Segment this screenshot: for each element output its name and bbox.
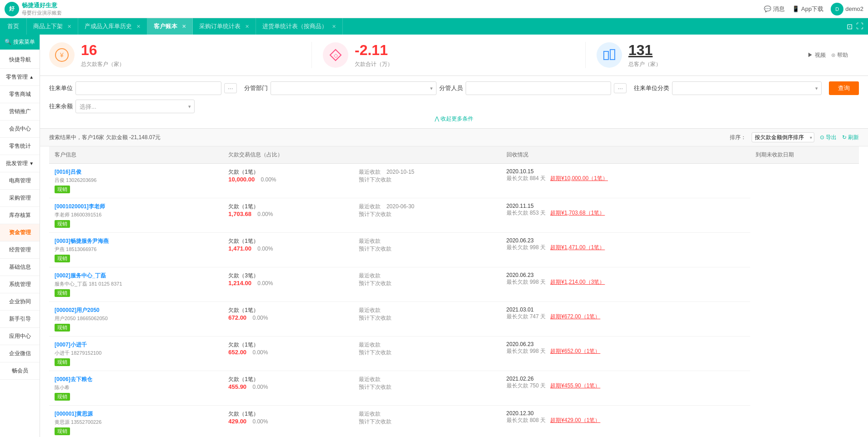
customer-name-1[interactable]: [0001020001]李老师 (55, 203, 217, 211)
overdue-amount-6[interactable]: 超期¥455.90（1笔） (550, 382, 600, 389)
help-label: 帮助 (837, 52, 848, 58)
overdue-amount-3[interactable]: 超期¥1,214.00（3笔） (550, 279, 605, 285)
overdue-amount-0[interactable]: 超期¥10,000.00（1笔） (550, 175, 608, 181)
window-expand-icon[interactable]: ⛶ (856, 22, 863, 30)
sidebar-item-operations[interactable]: 经营管理 (0, 241, 40, 259)
sidebar-item-marketing[interactable]: 营销推广 (0, 103, 40, 121)
overdue-amount-2[interactable]: 超期¥1,471.00（1笔） (550, 244, 605, 251)
next-collection-label-2: 预计下次收款 (359, 245, 496, 253)
overdue-amount-5[interactable]: 超期¥652.00（1笔） (550, 348, 600, 354)
sidebar: 🔍 搜索菜单 快捷导航 零售管理 ▲ 零售商城 营销推广 会员中心 零售统计 (0, 35, 40, 437)
overdue-amount-1[interactable]: 超期¥1,703.68（1笔） (550, 210, 605, 216)
export-btn[interactable]: ⊙ 导出 (820, 134, 837, 141)
sidebar-item-member-vip[interactable]: 畅会员 (0, 362, 40, 380)
unit-class-select[interactable] (672, 81, 822, 95)
debt-ratio-4: 0.00% (252, 315, 268, 321)
last-collection-label-3: 最近收款 (359, 272, 496, 280)
tab-close-icon[interactable]: ✕ (136, 24, 140, 30)
debt-info-cell-0: 欠款（1笔） 10,000.00 0.00% (223, 164, 353, 198)
sidebar-item-wholesale[interactable]: 批发管理 ▼ (0, 155, 40, 172)
customer-name-3[interactable]: [0002]服务中心_丁磊 (55, 272, 217, 280)
customer-name-4[interactable]: [000002]用户2050 (55, 306, 217, 314)
sidebar-item-purchase[interactable]: 采购管理 (0, 190, 40, 207)
sidebar-item-app-center[interactable]: 应用中心 (0, 328, 40, 345)
sidebar-item-retail-stat[interactable]: 零售统计 (0, 138, 40, 155)
query-button[interactable]: 查询 (829, 81, 859, 95)
sidebar-item-inventory[interactable]: 库存核算 (0, 207, 40, 224)
sidebar-item-quick-nav[interactable]: 快捷导航 (0, 51, 40, 69)
dept-select[interactable] (271, 81, 437, 95)
user-area[interactable]: D demo2 (831, 3, 863, 15)
due-date-cell-7: 2020.12.30 最长欠款 808 天 超期¥429.00（1笔） (501, 406, 750, 437)
debt-count-7: 欠款（1笔） (228, 410, 347, 418)
customer-name-2[interactable]: [0003]畅捷服务尹海燕 (55, 237, 217, 245)
last-collection-label-0: 最近收款 2020-10-15 (359, 168, 496, 176)
debt-count-5: 欠款（1笔） (228, 341, 347, 349)
result-summary: 搜索结果中，客户16家 欠款金额 -21,148.07元 (49, 134, 161, 141)
tab-customer-account[interactable]: 客户账本 ✕ (147, 18, 193, 35)
sidebar-member-vip-label: 畅会员 (12, 367, 28, 374)
person-ellipsis[interactable]: ··· (614, 83, 627, 93)
tab-purchase-stat[interactable]: 进货单统计表（按商品） ✕ (256, 18, 343, 35)
overdue-amount-4[interactable]: 超期¥672.00（1笔） (550, 313, 600, 320)
debt-ratio-3: 0.00% (257, 280, 273, 286)
sidebar-item-newbie[interactable]: 新手引导 (0, 311, 40, 328)
debt-count-0: 欠款（1笔） (228, 168, 347, 176)
tab-close-icon[interactable]: ✕ (182, 24, 186, 30)
overdue-days-5: 最长欠款 998 天 (507, 348, 546, 354)
sidebar-item-retail-mall[interactable]: 零售商城 (0, 86, 40, 103)
window-restore-icon[interactable]: ⊡ (847, 22, 853, 31)
tab-purchase-order[interactable]: 采购订单统计表 ✕ (193, 18, 256, 35)
content-area: ¥ 16 总欠款客户（家） ◇ -2.11 欠款合计（万） (40, 35, 868, 437)
sidebar-retail-mall-label: 零售商城 (9, 91, 31, 97)
sort-select[interactable]: 按欠款金额倒序排序 (752, 132, 814, 142)
customer-name-7[interactable]: [000001]黄思源 (55, 410, 217, 418)
sidebar-search[interactable]: 🔍 搜索菜单 (0, 35, 40, 50)
sidebar-item-wechat[interactable]: 企业微信 (0, 345, 40, 362)
refresh-icon: ↻ (842, 134, 847, 141)
sidebar-item-basic[interactable]: 基础信息 (0, 259, 40, 276)
sidebar-quick-nav-label: 快捷导航 (9, 56, 31, 63)
sidebar-item-retail-mgmt[interactable]: 零售管理 ▲ (0, 69, 40, 86)
due-date-6: 2021.02.26 (507, 376, 745, 382)
app-download-btn[interactable]: 📱 App下载 (792, 5, 823, 13)
result-bar-right: 排序： 按欠款金额倒序排序 ⊙ 导出 ↻ 刷新 (730, 132, 859, 142)
chevron-down-icon: ▲ (29, 75, 34, 80)
data-table-wrap: 客户信息 欠款交易信息（占比） 回收情况 到期未收款日期 [0016]吕俊 吕俊… (40, 146, 868, 437)
tab-product-history[interactable]: 产成品入库单历史 ✕ (78, 18, 147, 35)
refresh-btn[interactable]: ↻ 刷新 (842, 134, 859, 141)
overdue-amount-7[interactable]: 超期¥429.00（1笔） (550, 417, 600, 423)
tab-product-off[interactable]: 商品上下架 ✕ (27, 18, 78, 35)
sidebar-item-member[interactable]: 会员中心 (0, 121, 40, 138)
overdue-info-5: 最长欠款 998 天 超期¥652.00（1笔） (507, 347, 745, 355)
debt-info-cell-2: 欠款（1笔） 1,471.00 0.00% (223, 233, 353, 267)
sidebar-system-label: 系统管理 (9, 281, 31, 287)
sidebar-item-ecommerce[interactable]: 电商管理 (0, 172, 40, 190)
video-btn[interactable]: ▶ 视频 (808, 51, 825, 59)
tab-home[interactable]: 首页 (0, 18, 27, 35)
sidebar-item-enterprise[interactable]: 企业协同 (0, 293, 40, 311)
help-btn[interactable]: ⊙ 帮助 (831, 51, 848, 59)
tab-close-icon[interactable]: ✕ (245, 24, 249, 30)
message-btn[interactable]: 💬 消息 (764, 5, 785, 13)
from-unit-label: 往来单位 (49, 84, 73, 92)
collapse-row[interactable]: ⋀ 收起更多条件 (49, 113, 859, 123)
sidebar-item-finance[interactable]: 资金管理 (0, 224, 40, 241)
overdue-days-1: 最长欠款 853 天 (507, 210, 546, 216)
from-unit-ellipsis[interactable]: ··· (224, 83, 237, 93)
sidebar-retail-mgmt-label: 零售管理 (6, 74, 28, 80)
customer-cell-0: [0016]吕俊 吕俊 13026203696 现销 (49, 164, 223, 198)
customer-name-6[interactable]: [0006]去下粮仓 (55, 376, 217, 383)
tab-close-icon[interactable]: ✕ (332, 24, 336, 30)
debt-ratio-5: 0.00% (252, 349, 268, 356)
sidebar-item-system[interactable]: 系统管理 (0, 276, 40, 293)
from-unit-input[interactable] (75, 81, 221, 95)
dept-label: 分管部门 (244, 84, 268, 92)
tab-close-icon[interactable]: ✕ (67, 24, 71, 30)
due-date-7: 2020.12.30 (507, 410, 745, 417)
customer-name-0[interactable]: [0016]吕俊 (55, 168, 217, 176)
collection-cell-4: 最近收款 预计下次收款 (353, 302, 501, 337)
person-input[interactable] (466, 81, 612, 95)
balance-select[interactable]: 选择... (75, 100, 195, 113)
customer-name-5[interactable]: [0007]小进千 (55, 341, 217, 349)
